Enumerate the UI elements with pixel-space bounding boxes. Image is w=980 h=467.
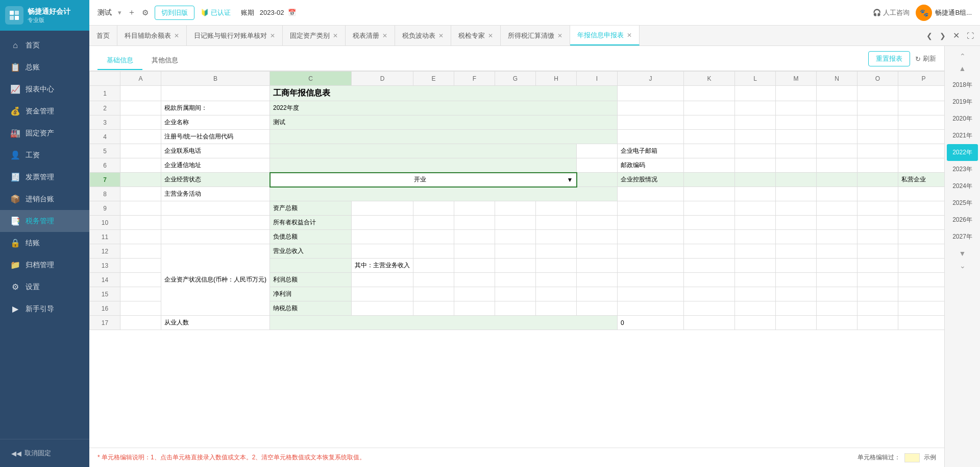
cell-5k[interactable] (684, 144, 735, 158)
cell-8b[interactable]: 主营业务活动 (161, 187, 270, 201)
cell-14o[interactable] (857, 273, 898, 287)
year-item-2025[interactable]: 2025年 (945, 195, 980, 212)
year-up-button[interactable]: ▲ (957, 62, 968, 75)
cell-2j[interactable] (618, 101, 684, 115)
cell-4b[interactable]: 注册号/统一社会信用代码 (161, 130, 270, 144)
sidebar-item-ledger[interactable]: 📋 总账 (0, 56, 89, 78)
refresh-button[interactable]: ↻ 刷新 (915, 54, 936, 63)
cell-4c[interactable] (270, 130, 618, 144)
cell-6o[interactable] (857, 158, 898, 173)
cell-1o[interactable] (857, 86, 898, 101)
cell-3a[interactable] (120, 115, 161, 130)
year-item-2024[interactable]: 2024年 (945, 178, 980, 195)
cell-11h[interactable] (536, 230, 577, 244)
tab-assets-cat[interactable]: 固定资产类别 ✕ (283, 26, 346, 45)
cell-2k[interactable] (684, 101, 735, 115)
cell-7j[interactable]: 企业控股情况 (618, 173, 684, 187)
cell-16g[interactable] (495, 301, 536, 316)
cell-17j[interactable]: 0 (618, 316, 684, 330)
cell-13g[interactable] (495, 259, 536, 273)
switch-version-button[interactable]: 切到旧版 (155, 6, 194, 20)
cell-15i[interactable] (577, 287, 618, 301)
cell-11j[interactable] (618, 230, 684, 244)
cell-7a[interactable] (120, 173, 161, 187)
cell-6n[interactable] (817, 158, 857, 173)
year-item-2019[interactable]: 2019年 (945, 94, 980, 110)
cell-5i[interactable] (577, 144, 618, 158)
cell-9k[interactable] (684, 201, 735, 216)
cell-10l[interactable] (735, 216, 776, 230)
cell-6j[interactable]: 邮政编码 (618, 158, 684, 173)
cell-11p[interactable] (898, 230, 945, 244)
cell-11m[interactable] (776, 230, 817, 244)
cell-10k[interactable] (684, 216, 735, 230)
topbar-dropdown-arrow[interactable]: ▾ (118, 9, 121, 16)
year-item-2027[interactable]: 2027年 (945, 228, 980, 245)
cell-14m[interactable] (776, 273, 817, 287)
cell-3n[interactable] (817, 115, 857, 130)
cell-11o[interactable] (857, 230, 898, 244)
cell-16i[interactable] (577, 301, 618, 316)
cell-13a[interactable] (120, 259, 161, 273)
sidebar-item-assets[interactable]: 🏭 固定资产 (0, 122, 89, 144)
cell-12a[interactable] (120, 244, 161, 259)
cell-11e[interactable] (413, 230, 454, 244)
cell-5n[interactable] (817, 144, 857, 158)
cell-16l[interactable] (735, 301, 776, 316)
tab-close-icon[interactable]: ✕ (627, 32, 632, 39)
cell-11n[interactable] (817, 230, 857, 244)
cell-14g[interactable] (495, 273, 536, 287)
cell-10f[interactable] (454, 216, 495, 230)
cell-2l[interactable] (735, 101, 776, 115)
cell-6m[interactable] (776, 158, 817, 173)
cell-17a[interactable] (120, 316, 161, 330)
cell-13c[interactable] (270, 259, 352, 273)
cell-1n[interactable] (817, 86, 857, 101)
cell-12c[interactable]: 营业总收入 (270, 244, 352, 259)
cell-12f[interactable] (454, 244, 495, 259)
tab-close-icon[interactable]: ✕ (382, 32, 387, 39)
cell-17b[interactable]: 从业人数 (161, 316, 270, 330)
cell-15d[interactable] (352, 287, 413, 301)
cell-9f[interactable] (454, 201, 495, 216)
cell-10p[interactable] (898, 216, 945, 230)
cell-13k[interactable] (684, 259, 735, 273)
cell-10d[interactable] (352, 216, 413, 230)
cell-15g[interactable] (495, 287, 536, 301)
sidebar-item-home[interactable]: ⌂ 首页 (0, 35, 89, 56)
cell-11l[interactable] (735, 230, 776, 244)
cell-9n[interactable] (817, 201, 857, 216)
cell-14c[interactable]: 利润总额 (270, 273, 352, 287)
cell-13m[interactable] (776, 259, 817, 273)
cell-10n[interactable] (817, 216, 857, 230)
cell-6i[interactable] (577, 158, 618, 173)
cell-8k[interactable] (684, 187, 735, 201)
cell-13e[interactable] (413, 259, 454, 273)
cell-4l[interactable] (735, 130, 776, 144)
cell-10h[interactable] (536, 216, 577, 230)
cell-9d[interactable] (352, 201, 413, 216)
cell-16d[interactable] (352, 301, 413, 316)
sub-tab-other[interactable]: 其他信息 (142, 52, 187, 70)
cell-5p[interactable] (898, 144, 945, 158)
tab-close-icon[interactable]: ✕ (333, 32, 338, 39)
cell-5o[interactable] (857, 144, 898, 158)
cell-15m[interactable] (776, 287, 817, 301)
cell-4a[interactable] (120, 130, 161, 144)
cell-15p[interactable] (898, 287, 945, 301)
cell-14f[interactable] (454, 273, 495, 287)
cell-9c[interactable]: 资产总额 (270, 201, 352, 216)
cell-3k[interactable] (684, 115, 735, 130)
tab-close-all-button[interactable]: ✕ (951, 29, 962, 42)
cell-8l[interactable] (735, 187, 776, 201)
cell-12p[interactable] (898, 244, 945, 259)
tab-auxiliary[interactable]: 科目辅助余额表 ✕ (117, 26, 187, 45)
cell-16c[interactable]: 纳税总额 (270, 301, 352, 316)
cell-8j[interactable] (618, 187, 684, 201)
cell-15h[interactable] (536, 287, 577, 301)
cell-6k[interactable] (684, 158, 735, 173)
cell-9b[interactable] (161, 201, 270, 216)
cell-7c[interactable]: 开业 ▼ (270, 173, 577, 187)
cell-6p[interactable] (898, 158, 945, 173)
cell-6a[interactable] (120, 158, 161, 173)
